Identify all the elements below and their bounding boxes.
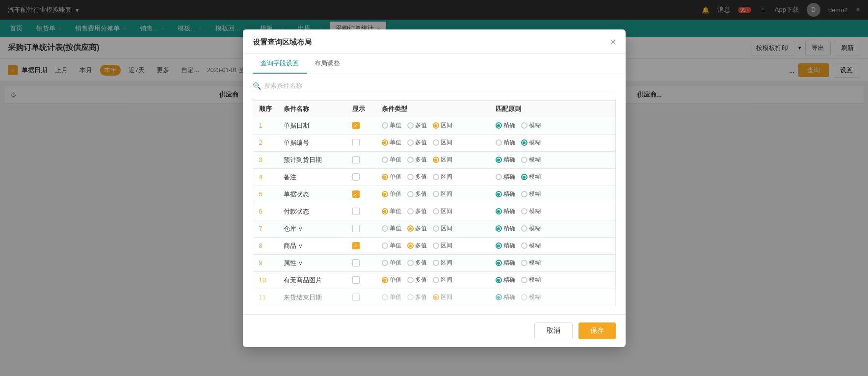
match-radio-fuzzy[interactable]: 模糊: [521, 293, 541, 301]
type-radio-range[interactable]: 区间: [433, 224, 452, 233]
type-radio-single[interactable]: 单值: [382, 242, 401, 250]
match-radio-exact[interactable]: 精确: [496, 173, 515, 181]
type-radio-range[interactable]: 区间: [433, 190, 452, 198]
row-name: 有无商品图片: [284, 276, 352, 285]
match-radio-exact[interactable]: 精确: [496, 224, 515, 233]
modal-search: 🔍: [253, 82, 616, 94]
row-display-checkbox[interactable]: [352, 156, 360, 163]
match-radio-fuzzy[interactable]: 模糊: [521, 259, 541, 267]
th-type: 条件类型: [382, 105, 496, 113]
modal-tab-fields[interactable]: 查询字段设置: [253, 54, 307, 74]
type-radio-multi[interactable]: 多值: [407, 242, 427, 250]
match-radio-fuzzy[interactable]: 模糊: [521, 121, 541, 130]
type-radio-multi[interactable]: 多值: [407, 138, 427, 147]
type-radio-multi[interactable]: 多值: [407, 156, 427, 164]
match-radio-fuzzy[interactable]: 模糊: [521, 156, 541, 164]
row-match-group: 精确 模糊: [496, 190, 609, 198]
type-radio-single[interactable]: 单值: [382, 224, 401, 233]
match-radio-fuzzy[interactable]: 模糊: [521, 207, 541, 215]
radio-exact-circle: [496, 294, 502, 300]
type-radio-multi[interactable]: 多值: [407, 293, 427, 301]
type-radio-multi[interactable]: 多值: [407, 207, 427, 215]
row-display-checkbox[interactable]: [352, 259, 360, 267]
radio-single-circle: [382, 174, 388, 180]
row-num: 10: [259, 276, 284, 284]
match-radio-exact[interactable]: 精确: [496, 242, 515, 250]
row-display-checkbox[interactable]: [352, 208, 360, 215]
row-num: 2: [259, 139, 284, 146]
modal-tab-layout[interactable]: 布局调整: [307, 54, 348, 74]
type-radio-multi[interactable]: 多值: [407, 121, 427, 130]
row-name: 来货结束日期: [284, 293, 352, 302]
radio-fuzzy-circle: [521, 191, 527, 197]
row-match-group: 精确 模糊: [496, 156, 609, 164]
type-radio-range[interactable]: 区间: [433, 242, 452, 250]
radio-single-circle: [382, 294, 388, 300]
radio-multi-circle: [407, 139, 414, 146]
type-radio-range[interactable]: 区间: [433, 276, 452, 284]
match-radio-fuzzy[interactable]: 模糊: [521, 224, 541, 233]
type-radio-range[interactable]: 区间: [433, 259, 452, 267]
match-radio-exact[interactable]: 精确: [496, 156, 515, 164]
row-name: 属性 ∨: [284, 259, 352, 268]
type-radio-multi[interactable]: 多值: [407, 190, 427, 198]
type-radio-range[interactable]: 区间: [433, 138, 452, 147]
radio-range-circle: [433, 225, 439, 232]
row-display-checkbox[interactable]: [352, 173, 360, 181]
radio-single-circle: [382, 139, 388, 146]
th-match: 匹配原则: [496, 105, 609, 113]
match-radio-exact[interactable]: 精确: [496, 121, 515, 130]
type-radio-multi[interactable]: 多值: [407, 259, 427, 267]
type-radio-single[interactable]: 单值: [382, 293, 401, 301]
match-radio-exact[interactable]: 精确: [496, 190, 515, 198]
type-radio-single[interactable]: 单值: [382, 121, 401, 130]
match-radio-fuzzy[interactable]: 模糊: [521, 242, 541, 250]
row-display-checkbox[interactable]: [352, 225, 360, 232]
match-radio-fuzzy[interactable]: 模糊: [521, 190, 541, 198]
row-display-checkbox[interactable]: [352, 242, 360, 249]
type-radio-range[interactable]: 区间: [433, 156, 452, 164]
type-radio-range[interactable]: 区间: [433, 207, 452, 215]
match-radio-exact[interactable]: 精确: [496, 276, 515, 284]
modal-dialog: 设置查询区域布局 × 查询字段设置 布局调整 🔍 顺序: [243, 29, 626, 347]
type-radio-single[interactable]: 单值: [382, 173, 401, 181]
row-display-checkbox[interactable]: [352, 294, 360, 301]
type-radio-single[interactable]: 单值: [382, 156, 401, 164]
radio-range-circle: [433, 260, 439, 266]
cancel-button[interactable]: 取消: [534, 322, 573, 339]
row-display-checkbox[interactable]: [352, 276, 360, 284]
type-radio-range[interactable]: 区间: [433, 173, 452, 181]
table-row: 3 预计到货日期 单值 多值 区间 精确 模糊: [253, 152, 616, 169]
type-radio-single[interactable]: 单值: [382, 138, 401, 147]
modal-footer: 取消 保存: [243, 314, 626, 347]
row-display-checkbox[interactable]: [352, 190, 360, 198]
row-display-checkbox[interactable]: [352, 139, 360, 146]
save-button[interactable]: 保存: [579, 322, 616, 339]
type-radio-single[interactable]: 单值: [382, 190, 401, 198]
row-type-group: 单值 多值 区间: [382, 138, 496, 147]
radio-multi-circle: [407, 225, 414, 232]
type-radio-multi[interactable]: 多值: [407, 276, 427, 284]
row-num: 11: [259, 294, 284, 301]
match-radio-exact[interactable]: 精确: [496, 293, 515, 301]
type-radio-range[interactable]: 区间: [433, 121, 452, 130]
match-radio-fuzzy[interactable]: 模糊: [521, 173, 541, 181]
match-radio-exact[interactable]: 精确: [496, 259, 515, 267]
radio-fuzzy-circle: [521, 294, 527, 300]
radio-single-circle: [382, 225, 388, 232]
type-radio-single[interactable]: 单值: [382, 207, 401, 215]
row-display-checkbox[interactable]: [352, 122, 360, 129]
match-radio-exact[interactable]: 精确: [496, 138, 515, 147]
type-radio-range[interactable]: 区间: [433, 293, 452, 301]
match-radio-fuzzy[interactable]: 模糊: [521, 276, 541, 284]
type-radio-single[interactable]: 单值: [382, 259, 401, 267]
modal-close-button[interactable]: ×: [610, 37, 616, 48]
modal-search-input[interactable]: [261, 82, 616, 89]
match-radio-fuzzy[interactable]: 模糊: [521, 138, 541, 147]
radio-range-circle: [433, 208, 439, 215]
type-radio-single[interactable]: 单值: [382, 276, 401, 284]
match-radio-exact[interactable]: 精确: [496, 207, 515, 215]
radio-fuzzy-circle: [521, 139, 527, 146]
type-radio-multi[interactable]: 多值: [407, 224, 427, 233]
type-radio-multi[interactable]: 多值: [407, 173, 427, 181]
